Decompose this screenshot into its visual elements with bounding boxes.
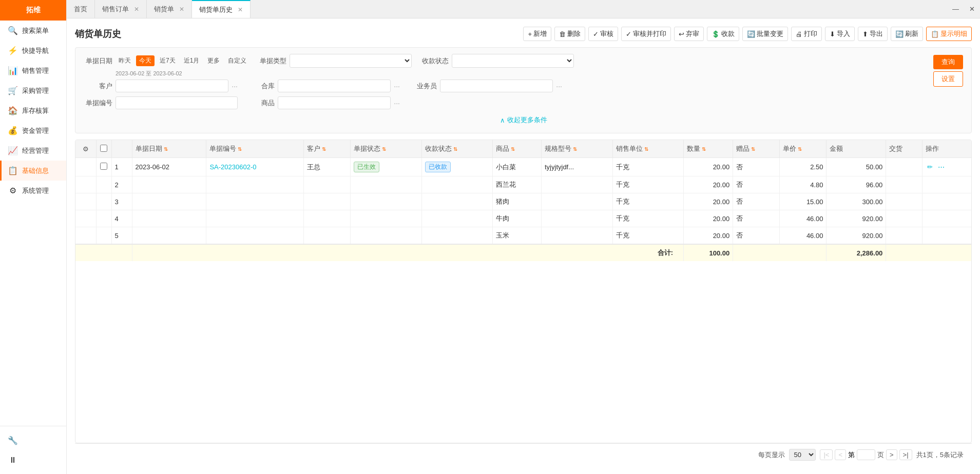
row-spec — [542, 227, 613, 245]
row-gift: 否 — [733, 176, 780, 193]
first-page-btn[interactable]: |< — [820, 449, 833, 460]
toolbar-refresh-btn[interactable]: 🔄刷新 — [891, 27, 923, 41]
warehouse-input[interactable] — [278, 80, 391, 92]
toolbar: +新增🗑删除✓审核✓审核并打印↩弃审💲收款🔄批量变更🖨打印⬇导入⬆导出🔄刷新📋显… — [523, 27, 972, 41]
payment-status-label: 收款状态 — [420, 56, 449, 66]
date-shortcut-today[interactable]: 今天 — [136, 55, 155, 66]
gear-icon[interactable]: ⚙ — [83, 145, 89, 153]
tab-home[interactable]: 首页 — [67, 0, 95, 18]
tab-sales-goods[interactable]: 销货单✕ — [147, 0, 192, 18]
toolbar-export-btn[interactable]: ⬆导出 — [858, 27, 888, 41]
staff-dots[interactable]: ··· — [556, 82, 562, 90]
next-page-btn[interactable]: > — [886, 449, 897, 460]
date-shortcut-more[interactable]: 更多 — [204, 55, 223, 66]
sort-qty-icon: ⇅ — [702, 146, 706, 152]
batch-change-label: 批量变更 — [757, 29, 783, 38]
goods-input[interactable] — [278, 96, 391, 109]
toolbar-audit-btn[interactable]: ✓审核 — [588, 27, 618, 41]
collect-label: 收款 — [721, 29, 735, 38]
toolbar-print-btn[interactable]: 🖨打印 — [791, 27, 822, 41]
toolbar-batch-change-btn[interactable]: 🔄批量变更 — [742, 27, 788, 41]
row-amount: 920.00 — [827, 227, 886, 245]
page-label-pre: 第 — [848, 450, 855, 460]
row-checkbox-cell — [96, 158, 111, 176]
collapse-icon: ∧ — [500, 116, 505, 124]
payment-status-select[interactable] — [452, 54, 574, 68]
toolbar-import-btn[interactable]: ⬇导入 — [825, 27, 855, 41]
row-payment-status — [421, 210, 493, 227]
collapse-btn[interactable]: ∧ 收起更多条件 — [84, 113, 963, 127]
toolbar-delete-btn[interactable]: 🗑删除 — [554, 27, 585, 41]
row-unit: 千克 — [612, 193, 684, 210]
row-doc-status — [351, 176, 422, 193]
query-button[interactable]: 查询 — [933, 55, 963, 69]
set-button[interactable]: 设置 — [933, 71, 963, 87]
add-label: 新增 — [533, 29, 547, 38]
tab-close-sales-goods[interactable]: ✕ — [179, 6, 184, 13]
sidebar-item-operations[interactable]: 📈 经营管理 — [0, 141, 66, 161]
col-amount-label: 金额 — [830, 145, 843, 152]
row-num: 1 — [111, 158, 132, 176]
toolbar-add-btn[interactable]: +新增 — [523, 27, 551, 41]
tab-close-sales-history[interactable]: ✕ — [238, 6, 243, 13]
sidebar-item-purchase-mgmt[interactable]: 🛒 采购管理 — [0, 81, 66, 101]
row-unit-price: 15.00 — [780, 193, 827, 210]
customer-input[interactable] — [116, 80, 228, 92]
doc-no-input[interactable] — [116, 96, 238, 109]
sidebar: 拓维 🔍 搜索菜单 ⚡ 快捷导航 📊 销售管理 🛒 采购管理 🏠 库存核算 💰 … — [0, 0, 67, 474]
staff-input[interactable] — [440, 80, 553, 92]
customer-dots[interactable]: ··· — [232, 82, 238, 90]
col-settings[interactable]: ⚙ — [75, 140, 96, 158]
goods-dots[interactable]: ··· — [394, 99, 400, 107]
tab-sales-order[interactable]: 销售订单✕ — [95, 0, 147, 18]
footer-amount-area — [733, 244, 827, 261]
toolbar-collect-btn[interactable]: 💲收款 — [707, 27, 739, 41]
date-shortcut-yesterday[interactable]: 昨天 — [116, 55, 134, 66]
tab-close-sales-order[interactable]: ✕ — [134, 6, 139, 13]
sidebar-item-search-menu[interactable]: 🔍 搜索菜单 — [0, 21, 66, 41]
prev-page-btn[interactable]: < — [835, 449, 846, 460]
toolbar-show-detail-btn[interactable]: 📋显示明细 — [926, 27, 972, 41]
sidebar-item-quick-nav[interactable]: ⚡ 快捷导航 — [0, 41, 66, 61]
row-goods: 西兰花 — [493, 176, 542, 193]
row-doc-date — [132, 193, 206, 210]
close-all-btn[interactable]: ✕ — [964, 5, 980, 13]
sidebar-item-sys-mgmt[interactable]: ⚙ 系统管理 — [0, 181, 66, 201]
tab-label-home: 首页 — [74, 5, 87, 14]
page-num-input[interactable]: 1 — [857, 449, 875, 460]
more-op-btn[interactable]: ⋯ — [938, 163, 945, 171]
edit-op-btn[interactable]: ✏ — [927, 163, 933, 171]
minimize-btn[interactable]: — — [947, 5, 964, 13]
doc-type-select[interactable] — [290, 54, 412, 68]
tab-sales-history[interactable]: 销货单历史✕ — [192, 0, 251, 18]
col-action-label: 操作 — [926, 145, 939, 152]
sidebar-item-finance[interactable]: 💰 资金管理 — [0, 121, 66, 141]
row-goods: 小白菜 — [493, 158, 542, 176]
export-label: 导出 — [870, 29, 883, 38]
row-payment-status — [421, 193, 493, 210]
date-shortcut-1month[interactable]: 近1月 — [181, 55, 203, 66]
sort-docstatus-icon: ⇅ — [382, 146, 386, 152]
sidebar-item-basic-info[interactable]: 📋 基础信息 — [0, 161, 66, 181]
row-settings — [75, 227, 96, 245]
date-shortcut-custom[interactable]: 自定义 — [225, 55, 249, 66]
row-action — [923, 227, 971, 245]
row-checkbox[interactable] — [100, 163, 107, 170]
last-page-btn[interactable]: >| — [899, 449, 912, 460]
sidebar-item-settings-bottom[interactable]: 🔧 — [0, 430, 66, 450]
select-all-checkbox[interactable] — [100, 145, 107, 152]
row-doc-no[interactable]: SA-20230602-0 — [206, 158, 304, 176]
per-page-select[interactable]: 50 100 200 — [789, 449, 816, 461]
sidebar-item-pause-bottom[interactable]: ⏸ — [0, 450, 66, 470]
sidebar-item-inventory[interactable]: 🏠 库存核算 — [0, 101, 66, 121]
row-doc-no — [206, 210, 304, 227]
date-shortcut-7days[interactable]: 近7天 — [157, 55, 179, 66]
toolbar-abandon-btn[interactable]: ↩弃审 — [674, 27, 704, 41]
row-unit: 千克 — [612, 176, 684, 193]
filter-doc-type: 单据类型 — [258, 54, 412, 68]
row-unit-price: 4.80 — [780, 176, 827, 193]
toolbar-audit-print-btn[interactable]: ✓审核并打印 — [621, 27, 671, 41]
warehouse-dots[interactable]: ··· — [394, 82, 400, 90]
row-num: 3 — [111, 193, 132, 210]
sidebar-item-sales-mgmt[interactable]: 📊 销售管理 — [0, 61, 66, 81]
